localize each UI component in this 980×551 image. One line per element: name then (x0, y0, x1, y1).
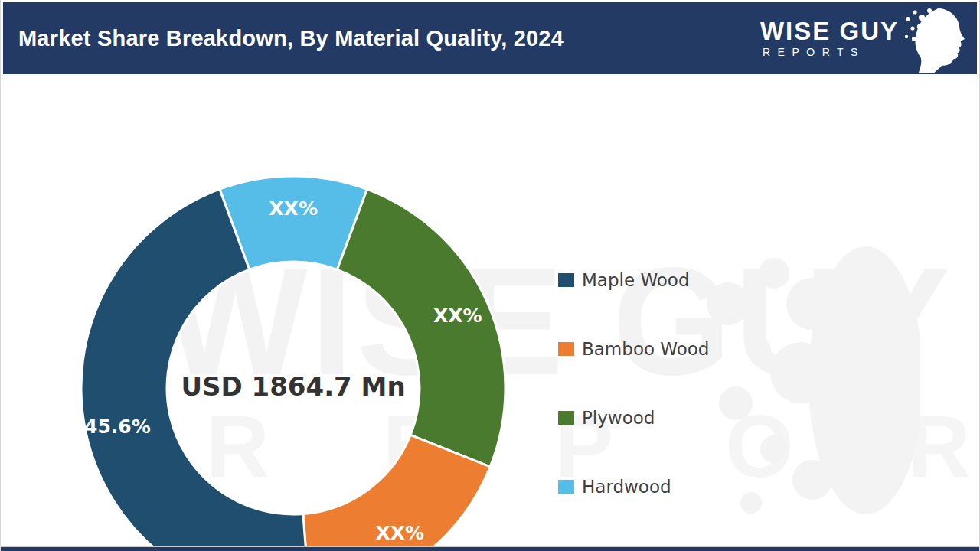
watermark-face-icon (675, 220, 920, 526)
legend-label: Plywood (582, 408, 655, 428)
logo: WISE GUY REPORTS (760, 4, 966, 73)
logo-face-icon (900, 4, 966, 73)
segment-label-plywood: XX% (433, 305, 482, 327)
legend-swatch-icon (558, 273, 574, 287)
legend-item-plywood[interactable]: Plywood (558, 405, 709, 431)
chart-area: WISE GUY R E P O R T S XX%XX%XX%45.6% US… (1, 74, 979, 547)
footer-bar (1, 547, 979, 551)
segment-label-bamboo-wood: XX% (375, 522, 424, 544)
segment-label-hardwood: XX% (269, 197, 318, 220)
legend-label: Hardwood (582, 477, 671, 497)
logo-text: WISE GUY REPORTS (760, 18, 899, 58)
legend-swatch-icon (558, 480, 574, 494)
donut-segment-plywood[interactable] (337, 189, 505, 467)
logo-wordmark: WISE GUY (760, 18, 899, 44)
donut-center-value: USD 1864.7 Mn (181, 371, 405, 402)
legend: Maple WoodBamboo WoodPlywoodHardwood (558, 267, 709, 543)
legend-item-bamboo-wood[interactable]: Bamboo Wood (558, 336, 709, 362)
header-bar: Market Share Breakdown, By Material Qual… (3, 2, 977, 74)
legend-item-hardwood[interactable]: Hardwood (558, 474, 709, 500)
logo-subtitle: REPORTS (760, 46, 899, 58)
legend-label: Bamboo Wood (582, 339, 709, 359)
page-title: Market Share Breakdown, By Material Qual… (18, 26, 564, 51)
donut-chart: XX%XX%XX%45.6% (79, 174, 508, 551)
segment-label-maple-wood: 45.6% (84, 416, 151, 438)
legend-label: Maple Wood (582, 270, 690, 290)
legend-swatch-icon (558, 342, 574, 356)
legend-item-maple-wood[interactable]: Maple Wood (558, 267, 709, 293)
legend-swatch-icon (558, 411, 574, 425)
